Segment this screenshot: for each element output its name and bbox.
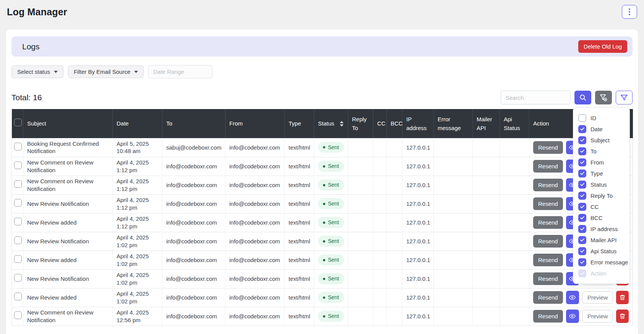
status-cell: Sent [314, 232, 348, 251]
column-toggle-subject[interactable]: Subject [578, 135, 625, 146]
row-checkbox[interactable] [14, 311, 22, 319]
mailer-api-cell [473, 213, 500, 232]
email-source-filter-dropdown[interactable]: Filter By Email Source [68, 65, 144, 78]
date-range-input[interactable] [148, 65, 213, 78]
preview-button[interactable]: Preview [582, 310, 613, 323]
mailer-api-cell [473, 269, 500, 288]
row-checkbox[interactable] [14, 161, 22, 169]
ip-address-cell: 127.0.0.1 [402, 307, 434, 326]
col-header-status[interactable]: Status [314, 109, 348, 138]
column-toggle-date[interactable]: Date [578, 124, 625, 135]
column-toggle-from[interactable]: From [578, 157, 625, 168]
row-checkbox[interactable] [14, 218, 22, 225]
view-button[interactable] [566, 291, 579, 304]
checked-checkbox[interactable] [578, 203, 586, 211]
checked-checkbox[interactable] [578, 181, 586, 189]
table-row: New Comment on Review NotificationApril … [12, 176, 633, 194]
select-all-header [12, 109, 23, 138]
column-toggle-label: Subject [590, 137, 610, 143]
col-header-label: Reply To [352, 116, 367, 131]
checkbox-cell [12, 288, 23, 307]
delete-old-log-button[interactable]: Delete Old Log [578, 40, 627, 53]
resend-button[interactable]: Resend [533, 160, 563, 173]
resend-button[interactable]: Resend [533, 216, 563, 229]
checked-checkbox[interactable] [578, 214, 586, 222]
row-checkbox[interactable] [14, 236, 22, 244]
column-toggle-cc[interactable]: CC [578, 201, 625, 212]
subject-cell: New Review Notification [23, 194, 113, 213]
checked-checkbox [578, 269, 586, 277]
col-header-label: CC [377, 120, 386, 127]
delete-button[interactable] [616, 310, 629, 323]
column-toggle-ip-address[interactable]: IP address [578, 223, 625, 235]
column-toggle-error-message[interactable]: Error message [578, 257, 625, 268]
resend-button[interactable]: Resend [533, 291, 563, 304]
delete-button[interactable] [616, 291, 629, 304]
reply-to-cell [348, 213, 373, 232]
resend-button[interactable]: Resend [533, 254, 563, 266]
mailer-api-cell [473, 232, 500, 251]
row-checkbox[interactable] [14, 293, 22, 300]
column-toggle-status[interactable]: Status [578, 179, 625, 190]
col-header-label: Status [318, 119, 334, 128]
action-cell: ResendPreview [529, 288, 633, 307]
subject-cell: New Comment on Review Notification [23, 307, 113, 326]
bcc-cell [387, 288, 402, 307]
api-status-cell [500, 157, 529, 176]
status-dot-icon [323, 203, 325, 205]
checked-checkbox[interactable] [578, 192, 586, 200]
col-header-subject: Subject [23, 109, 113, 138]
eye-icon [569, 294, 576, 301]
checked-checkbox[interactable] [578, 136, 586, 144]
resend-button[interactable]: Resend [533, 235, 563, 248]
row-checkbox[interactable] [14, 199, 22, 207]
column-toggle-reply-to[interactable]: Reply To [578, 190, 625, 201]
from-cell: info@codeboxr.com [225, 251, 285, 269]
column-toggle-to[interactable]: To [578, 146, 625, 157]
column-filter-button[interactable] [616, 91, 633, 104]
checked-checkbox[interactable] [578, 158, 586, 166]
search-input[interactable] [501, 91, 571, 104]
select-all-checkbox[interactable] [14, 119, 22, 126]
row-checkbox[interactable] [14, 143, 22, 150]
resend-button[interactable]: Resend [533, 197, 563, 210]
column-toggle-id[interactable]: ID [578, 112, 625, 124]
column-toggle-mailer-api[interactable]: Mailer API [578, 235, 625, 246]
status-filter-dropdown[interactable]: Select status [11, 65, 63, 78]
subject-cell: New Review Notification [23, 232, 113, 251]
search-button[interactable] [574, 91, 591, 104]
column-toggle-api-status[interactable]: Api Status [578, 246, 625, 257]
checked-checkbox[interactable] [578, 258, 586, 266]
view-button[interactable] [566, 310, 579, 323]
row-checkbox[interactable] [14, 274, 22, 282]
checkbox-cell [12, 194, 23, 213]
resend-button[interactable]: Resend [533, 272, 563, 285]
column-toggle-type[interactable]: Type [578, 168, 625, 179]
checked-checkbox[interactable] [578, 236, 586, 244]
unchecked-checkbox[interactable] [578, 114, 586, 122]
kebab-menu-button[interactable] [622, 5, 637, 19]
column-toggle-bcc[interactable]: BCC [578, 212, 625, 223]
resend-button[interactable]: Resend [533, 179, 563, 191]
clear-filter-button[interactable] [595, 91, 612, 104]
error-message-cell [434, 288, 473, 307]
checked-checkbox[interactable] [578, 125, 586, 133]
row-checkbox[interactable] [14, 255, 22, 263]
checked-checkbox[interactable] [578, 147, 586, 155]
sort-icon[interactable] [340, 121, 344, 127]
from-cell: info@codeboxr.com [225, 213, 285, 232]
checked-checkbox[interactable] [578, 169, 586, 178]
row-checkbox[interactable] [14, 180, 22, 188]
col-header-label: BCC [391, 120, 403, 127]
checked-checkbox[interactable] [578, 225, 586, 233]
cc-cell [373, 288, 387, 307]
resend-button[interactable]: Resend [533, 310, 563, 323]
error-message-cell [434, 251, 473, 269]
resend-button[interactable]: Resend [533, 141, 563, 154]
col-header-label: Date [117, 120, 129, 127]
type-cell: text/html [285, 138, 314, 157]
api-status-cell [500, 288, 529, 307]
kebab-dot-icon [629, 11, 630, 13]
checked-checkbox[interactable] [578, 247, 586, 255]
preview-button[interactable]: Preview [582, 291, 613, 304]
